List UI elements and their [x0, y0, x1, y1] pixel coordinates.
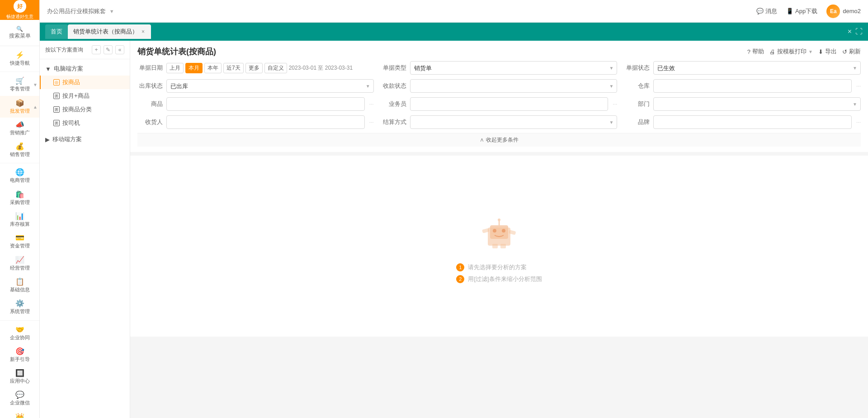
app-download-button[interactable]: 📱 App下载	[786, 7, 817, 15]
date-this-year-button[interactable]: 本年	[204, 63, 222, 73]
filter-row-2: 出库状态 已出库 收款状态	[137, 79, 861, 93]
message-button[interactable]: 💬 消息	[756, 7, 777, 15]
sidebar-item-finance[interactable]: 💳 资金管理	[0, 231, 39, 252]
tab-active[interactable]: 销货单统计表（按商品） ×	[68, 24, 151, 39]
tab-close-button[interactable]: ×	[141, 28, 146, 35]
help-button[interactable]: ? 帮助	[747, 48, 764, 56]
product-input[interactable]	[166, 97, 365, 111]
purchase-label: 采购管理	[10, 199, 30, 205]
salesperson-dots[interactable]: ···	[613, 101, 617, 107]
retail-label: 零售管理	[10, 86, 30, 92]
type-select[interactable]: 销货单	[410, 61, 618, 75]
date-custom-button[interactable]: 自定义	[264, 63, 287, 73]
nav-section-2: 🌐 电商管理 🛍️ 采购管理 📊 库存核算 💳 资金管理 📈 经营管理 📋 基础…	[0, 163, 39, 320]
empty-tips: 1 请先选择要分析的方案 2 用[过滤]条件来缩小分析范围	[456, 263, 542, 283]
desktop-group-title[interactable]: ▼ 电脑端方案	[40, 62, 130, 76]
sidebar-item-wechat[interactable]: 💬 企业微信	[0, 388, 39, 409]
brand-field: 品牌 ···	[624, 115, 861, 129]
payment-label: 收款状态	[381, 82, 406, 90]
sidebar-item-enterprise[interactable]: 🤝 企业协同	[0, 323, 39, 344]
print-button[interactable]: 🖨 按模板打印 ▼	[769, 48, 813, 56]
sidebar-item-apps[interactable]: 🔲 应用中心	[0, 366, 39, 388]
sidebar-item-marketing[interactable]: 📣 营销推广	[0, 118, 39, 139]
expand-button[interactable]: ⛶	[855, 28, 863, 36]
type-label: 单据类型	[381, 64, 406, 72]
sidebar-item-wholesale[interactable]: 📦 批发管理 ▲	[0, 96, 39, 118]
scheme-item-by-machine[interactable]: 囲 按司机	[40, 116, 130, 130]
export-button[interactable]: ⬇ 导出	[818, 48, 837, 56]
scheme-item-by-product[interactable]: ◎ 按商品	[40, 76, 130, 89]
left-panel-title: 按以下方案查询	[45, 46, 89, 54]
date-this-month-button[interactable]: 本月	[185, 63, 203, 73]
product-dots[interactable]: ···	[369, 101, 374, 107]
enterprise-icon: 🤝	[15, 326, 24, 333]
sidebar-item-sales[interactable]: 💰 销售管理	[0, 139, 39, 161]
tab-home-label: 首页	[51, 28, 62, 36]
mobile-group-arrow-icon: ▶	[45, 136, 50, 143]
breadcrumb-arrow-icon: ▼	[109, 9, 114, 14]
scheme-item-by-category[interactable]: 囲 按商品分类	[40, 103, 130, 116]
sidebar-item-member[interactable]: 👑 畅会员	[0, 410, 39, 418]
storage-input[interactable]	[653, 79, 852, 93]
export-label: 导出	[825, 48, 837, 56]
page-container: 按以下方案查询 + ✎ « ▼ 电脑端方案 ◎ 按商品 囲	[40, 41, 868, 418]
collapse-panel-button[interactable]: «	[115, 45, 124, 54]
sidebar-item-inventory[interactable]: 📊 库存核算	[0, 209, 39, 231]
wechat-icon: 💬	[15, 391, 24, 399]
tab-home[interactable]: 首页	[45, 24, 68, 39]
add-scheme-button[interactable]: +	[92, 45, 101, 54]
sidebar-item-newbie[interactable]: 🎯 新手引导	[0, 344, 39, 366]
user-menu[interactable]: Ea demo2	[826, 5, 861, 18]
storage-label: 仓库	[624, 82, 650, 90]
receiver-input[interactable]	[166, 115, 365, 129]
sidebar-item-system[interactable]: ⚙️ 系统管理	[0, 296, 39, 318]
svg-point-5	[498, 218, 500, 221]
payment-select[interactable]	[410, 79, 618, 93]
date-label: 单据日期	[137, 64, 163, 72]
date-more-button[interactable]: 更多	[245, 63, 263, 73]
tip-num-2: 2	[456, 275, 464, 283]
warehouse-select[interactable]: 已出库	[166, 79, 374, 93]
desktop-group-arrow-icon: ▼	[45, 66, 51, 72]
storage-dots[interactable]: ···	[856, 83, 861, 89]
dept-select[interactable]	[653, 97, 861, 111]
left-panel: 按以下方案查询 + ✎ « ▼ 电脑端方案 ◎ 按商品 囲	[40, 41, 130, 418]
filter-actions: ? 帮助 🖨 按模板打印 ▼ ⬇ 导出	[747, 48, 861, 56]
brand-input[interactable]	[653, 115, 852, 129]
empty-tip-1: 1 请先选择要分析的方案	[456, 263, 542, 271]
filter-row-1: 单据日期 上月 本月 本年 近7天 更多 自定义 2023-03-01 至 20…	[137, 61, 861, 75]
empty-tip-2: 2 用[过滤]条件来缩小分析范围	[456, 275, 542, 283]
brand-dots[interactable]: ···	[856, 119, 861, 125]
system-icon: ⚙️	[15, 300, 24, 307]
status-select[interactable]: 已生效	[653, 61, 861, 75]
sidebar-item-purchase[interactable]: 🛍️ 采购管理	[0, 187, 39, 209]
settlement-field: 结算方式	[381, 115, 618, 129]
refresh-button[interactable]: ↺ 刷新	[842, 48, 861, 56]
settlement-select[interactable]	[410, 115, 618, 129]
nav-section: 🛒 零售管理 ▼ 📦 批发管理 ▲ 📣 营销推广 💰 销售管理	[0, 72, 39, 163]
date-last-month-button[interactable]: 上月	[166, 63, 184, 73]
sidebar-item-operations[interactable]: 📈 经营管理	[0, 253, 39, 275]
by-product-icon: ◎	[53, 79, 60, 86]
receiver-dots[interactable]: ···	[369, 119, 374, 125]
minimize-button[interactable]: ×	[848, 28, 852, 36]
date-7days-button[interactable]: 近7天	[223, 63, 244, 73]
sidebar-item-retail[interactable]: 🛒 零售管理 ▼	[0, 74, 39, 95]
quick-nav-section: ⚡ 快捷导航	[0, 46, 39, 72]
mobile-group-title[interactable]: ▶ 移动端方案	[40, 133, 130, 146]
basic-icon: 📋	[15, 278, 24, 285]
sidebar-item-basic[interactable]: 📋 基础信息	[0, 275, 39, 296]
sidebar-logo[interactable]: 好 畅捷通好生意	[0, 0, 39, 20]
by-month-product-icon: 囲	[53, 93, 60, 99]
filter-fields: 单据日期 上月 本月 本年 近7天 更多 自定义 2023-03-01 至 20…	[137, 61, 861, 129]
print-icon: 🖨	[769, 48, 775, 55]
sidebar-item-quick-nav[interactable]: ⚡ 快捷导航	[0, 48, 39, 70]
edit-scheme-button[interactable]: ✎	[104, 45, 113, 54]
salesperson-input[interactable]	[410, 97, 609, 111]
sales-icon: 💰	[15, 143, 24, 150]
scheme-item-by-month-product[interactable]: 囲 按月+商品	[40, 89, 130, 103]
sidebar-item-ecommerce[interactable]: 🌐 电商管理	[0, 165, 39, 187]
search-menu-button[interactable]: 🔍 搜索菜单	[3, 24, 37, 42]
collapse-filter-button[interactable]: ∧ 收起更多条件	[137, 133, 861, 147]
wholesale-label: 批发管理	[10, 108, 30, 114]
